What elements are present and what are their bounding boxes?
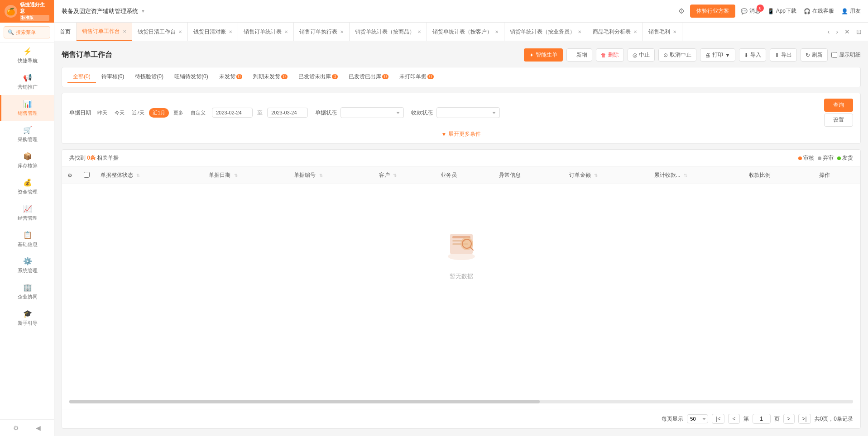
tab-expand[interactable]: ⊡	[854, 26, 864, 37]
tab-sales-summary-customer[interactable]: 销货单统计表（按客户） ✕	[427, 23, 504, 41]
tab-close-icon[interactable]: ✕	[123, 29, 126, 34]
settings-bottom-icon[interactable]: ⚙	[13, 424, 19, 431]
status-select[interactable]	[340, 107, 404, 118]
tab-close-icon[interactable]: ✕	[578, 29, 581, 34]
cancel-pause-button[interactable]: ⊙ 取消中止	[658, 48, 696, 62]
page-first-button[interactable]: |<	[712, 414, 724, 424]
date-from-input[interactable]	[212, 108, 253, 118]
tab-sales-order-workbench[interactable]: 销售订单工作台 ✕	[77, 23, 132, 41]
inventory-icon: 📦	[23, 152, 32, 161]
sidebar-item-quick[interactable]: ⚡ 快捷导航	[0, 43, 54, 69]
tab-nav-prev[interactable]: ‹	[825, 26, 833, 37]
topbar-gear-icon[interactable]: ⚙	[678, 7, 685, 15]
date-btn-7days[interactable]: 近7天	[129, 108, 147, 118]
tab-close-all[interactable]: ✕	[842, 26, 853, 37]
date-to-input[interactable]	[267, 108, 308, 118]
export-button[interactable]: ⬆ 导出	[770, 48, 797, 62]
sidebar-item-marketing[interactable]: 📢 营销推广	[0, 69, 54, 95]
sidebar-item-label: 系统管理	[18, 267, 38, 274]
filter-tab-wangpu[interactable]: 旺铺待发货(0)	[169, 71, 214, 83]
sidebar-logo: 🍊 畅捷通好生意 标准版	[0, 0, 54, 23]
tab-sales-summary-staff[interactable]: 销货单统计表（按业务员） ✕	[504, 23, 587, 41]
tab-cash-reconcile[interactable]: 钱货日清对账 ✕	[188, 23, 238, 41]
page-prev-button[interactable]: <	[728, 414, 739, 424]
solution-button[interactable]: 体验行业方案	[690, 5, 735, 18]
page-number-input[interactable]	[753, 414, 771, 424]
date-btn-more[interactable]: 更多	[171, 108, 186, 118]
date-btn-custom[interactable]: 自定义	[188, 108, 208, 118]
user-button[interactable]: 👤 用友	[841, 7, 861, 15]
sidebar-item-sales[interactable]: 📊 销售管理	[0, 95, 54, 121]
tab-sales-profit[interactable]: 销售毛利 ✕	[643, 23, 682, 41]
filter-tab-pending-review[interactable]: 待审核(0)	[96, 71, 130, 83]
collapse-icon[interactable]: ◀	[36, 424, 41, 431]
tab-close-icon[interactable]: ✕	[417, 29, 421, 34]
tab-home[interactable]: 首页	[54, 23, 77, 41]
search-menu-button[interactable]: 🔍 搜索菜单	[4, 26, 50, 38]
filter-tab-all[interactable]: 全部(0)	[67, 71, 96, 83]
tab-close-icon[interactable]: ✕	[340, 29, 344, 34]
date-btn-today[interactable]: 今天	[112, 108, 127, 118]
sidebar-item-purchase[interactable]: 🛒 采购管理	[0, 121, 54, 147]
sidebar-item-corp[interactable]: 🏢 企业协同	[0, 279, 54, 305]
cancel-review-action-button[interactable]: 弃审	[818, 154, 834, 162]
filter-tab-shipped-out[interactable]: 已发货已出库0	[343, 71, 394, 83]
online-service-button[interactable]: 🎧 在线客服	[804, 7, 834, 15]
import-button[interactable]: ⬇ 导入	[739, 48, 766, 62]
ship-action-button[interactable]: 发货	[837, 154, 853, 162]
sidebar-item-guide[interactable]: 🎓 新手引导	[0, 305, 54, 331]
add-button[interactable]: + 新增	[566, 48, 592, 62]
sidebar-item-inventory[interactable]: 📦 库存核算	[0, 147, 54, 174]
filter-tab-shipped-not-out[interactable]: 已发货未出库0	[293, 71, 344, 83]
tab-close-icon[interactable]: ✕	[178, 29, 182, 34]
page-next-button[interactable]: >	[783, 414, 795, 424]
payment-select[interactable]	[436, 107, 500, 118]
expand-conditions-button[interactable]: ▼ 展开更多条件	[441, 130, 481, 138]
page-size-select[interactable]: 50 100 200	[687, 414, 708, 423]
sidebar-item-finance[interactable]: 💰 资金管理	[0, 174, 54, 200]
delete-button[interactable]: 🗑 删除	[596, 48, 624, 62]
tab-sales-stats[interactable]: 销售订单统计表 ✕	[238, 23, 294, 41]
filter-tab-not-printed[interactable]: 未打印单据0	[394, 71, 439, 83]
pause-button[interactable]: ◎ 中止	[628, 48, 655, 62]
table-header: 共找到 0条 相关单据 审核 弃审 发货	[62, 150, 860, 167]
refresh-button[interactable]: ↻ 刷新	[801, 48, 828, 62]
empty-state: 暂无数据	[62, 184, 860, 317]
horizontal-scrollbar[interactable]	[69, 400, 853, 403]
tab-close-icon[interactable]: ✕	[673, 29, 676, 34]
show-detail-checkbox[interactable]	[831, 52, 837, 58]
tab-close-icon[interactable]: ✕	[229, 29, 232, 34]
filter-tab-not-shipped[interactable]: 未发货0	[214, 71, 248, 83]
page-last-button[interactable]: >|	[798, 414, 811, 424]
sidebar-item-system[interactable]: ⚙️ 系统管理	[0, 252, 54, 279]
tab-close-icon[interactable]: ✕	[284, 29, 288, 34]
gear-icon[interactable]: ⚙	[67, 172, 72, 179]
scrollbar-thumb[interactable]	[69, 400, 540, 403]
select-all-checkbox[interactable]	[84, 172, 90, 178]
tab-close-icon[interactable]: ✕	[495, 29, 499, 34]
tab-sales-summary-product[interactable]: 销货单统计表（按商品） ✕	[350, 23, 427, 41]
export-icon: ⬆	[775, 52, 779, 58]
sidebar-item-basic[interactable]: 📋 基础信息	[0, 226, 54, 252]
sort-icon: ⇅	[136, 173, 140, 178]
shipped-out-badge: 0	[382, 74, 388, 79]
topbar-dropdown-icon[interactable]: ▼	[141, 9, 145, 14]
tab-cash-daily[interactable]: 钱货日清工作台 ✕	[132, 23, 188, 41]
print-button[interactable]: 🖨 打印 ▼	[700, 48, 735, 62]
tab-gross-margin[interactable]: 商品毛利分析表 ✕	[587, 23, 643, 41]
sidebar-item-operations[interactable]: 📈 经营管理	[0, 200, 54, 226]
filter-tab-pending-inspect[interactable]: 待拣验货(0)	[129, 71, 169, 83]
message-button[interactable]: 💬 消息 6	[741, 7, 760, 15]
tab-nav-next[interactable]: ›	[833, 26, 841, 37]
app-download-button[interactable]: 📱 App下载	[767, 7, 796, 15]
review-action-button[interactable]: 审核	[798, 154, 814, 162]
query-button[interactable]: 查询	[824, 99, 853, 112]
date-btn-yesterday[interactable]: 昨天	[95, 108, 110, 118]
tab-close-icon[interactable]: ✕	[633, 29, 637, 34]
filter-tab-overdue-not-shipped[interactable]: 到期未发货0	[248, 71, 293, 83]
logo-tag: 标准版	[20, 15, 49, 21]
date-btn-1month[interactable]: 近1月	[149, 108, 169, 118]
smart-create-button[interactable]: ✦ 智能生单	[524, 48, 563, 62]
setting-button[interactable]: 设置	[824, 114, 853, 127]
tab-sales-exec[interactable]: 销售订单执行表 ✕	[294, 23, 350, 41]
